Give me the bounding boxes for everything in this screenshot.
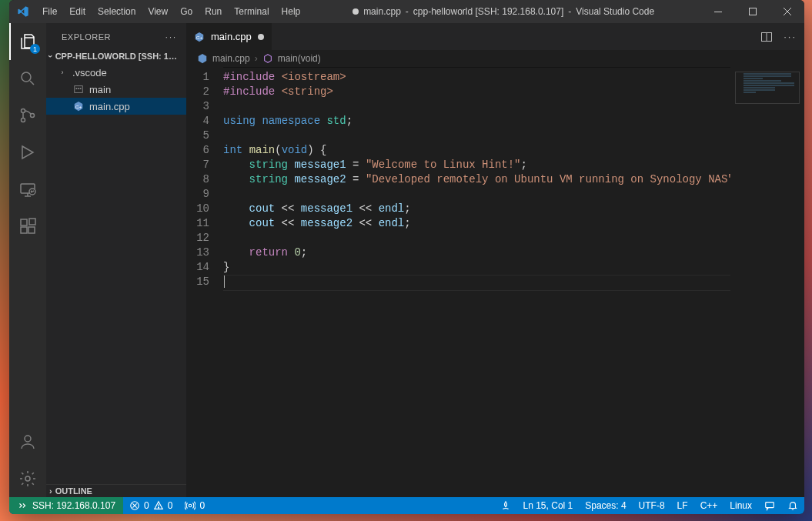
split-editor-icon[interactable] [760, 31, 773, 43]
minimap[interactable] [730, 67, 804, 497]
tree-label: .vscode [72, 67, 107, 78]
svg-point-13 [25, 476, 30, 481]
chevron-right-icon: › [255, 53, 258, 64]
status-cmake[interactable] [494, 497, 517, 514]
tree-label: main.cpp [89, 101, 130, 112]
editor-tabs: C+ main.cpp ··· [186, 23, 804, 50]
status-remote-label: SSH: 192.168.0.107 [32, 500, 115, 511]
cpp-file-icon: C+ [72, 101, 85, 112]
activity-explorer[interactable]: 1 [9, 23, 46, 60]
editor-actions: ··· [753, 23, 804, 50]
vscode-logo-icon [9, 5, 36, 18]
menu-bar: File Edit Selection View Go Run Terminal… [36, 0, 306, 23]
status-ports-value: 0 [199, 500, 205, 511]
chevron-right-icon: › [49, 486, 52, 496]
sidebar-outline-header[interactable]: › OUTLINE [46, 484, 186, 497]
code-content[interactable]: #include <iostream>#include <string>usin… [223, 67, 804, 497]
sidebar-folder-header[interactable]: › CPP-HELLOWORLD [SSH: 1… [46, 50, 186, 62]
svg-point-24 [158, 507, 159, 508]
breadcrumb-symbol: main(void) [278, 53, 321, 64]
sidebar-title: EXPLORER ··· [46, 23, 186, 50]
status-target[interactable]: Linux [723, 497, 758, 514]
title-app: Visual Studio Code [576, 6, 654, 17]
cpp-file-icon [197, 53, 208, 64]
svg-rect-0 [714, 12, 722, 12]
svg-rect-8 [21, 219, 27, 225]
close-button[interactable] [770, 0, 804, 23]
activity-extensions[interactable] [9, 208, 46, 245]
status-eol[interactable]: LF [671, 497, 694, 514]
activity-run-debug[interactable] [9, 134, 46, 171]
svg-point-5 [31, 114, 35, 118]
activity-remote-explorer[interactable] [9, 171, 46, 208]
menu-help[interactable]: Help [276, 0, 307, 23]
maximize-button[interactable] [735, 0, 770, 23]
tree-folder-vscode[interactable]: › .vscode [46, 64, 186, 81]
status-errors: 0 [144, 500, 149, 511]
menu-terminal[interactable]: Terminal [228, 0, 275, 23]
status-bar: SSH: 192.168.0.107 0 0 0 Ln 15, Col 1 Sp… [9, 497, 804, 514]
svg-rect-9 [21, 227, 27, 233]
tab-maincpp[interactable]: C+ main.cpp [186, 23, 272, 50]
menu-go[interactable]: Go [174, 0, 199, 23]
editor-group: C+ main.cpp ··· main.cpp › main(void) 12… [186, 23, 804, 497]
explorer-badge: 1 [30, 44, 40, 54]
tab-label: main.cpp [211, 31, 252, 42]
svg-point-12 [25, 436, 31, 442]
title-bar: File Edit Selection View Go Run Terminal… [9, 0, 804, 23]
workbench: 1 [9, 23, 804, 497]
status-problems[interactable]: 0 0 [123, 497, 179, 514]
sidebar: EXPLORER ··· › CPP-HELLOWORLD [SSH: 1… ›… [46, 23, 186, 497]
status-feedback-icon[interactable] [758, 497, 781, 514]
menu-selection[interactable]: Selection [92, 0, 142, 23]
tree-label: main [89, 84, 111, 95]
sidebar-more-icon[interactable]: ··· [165, 32, 177, 42]
svg-point-3 [22, 109, 25, 113]
chevron-right-icon: › [57, 68, 68, 76]
code-editor[interactable]: 123456789101112131415 #include <iostream… [186, 67, 804, 497]
dirty-indicator-icon [353, 8, 359, 15]
line-gutter: 123456789101112131415 [186, 67, 223, 497]
status-bell-icon[interactable] [781, 497, 804, 514]
status-language[interactable]: C++ [694, 497, 724, 514]
editor-more-icon[interactable]: ··· [784, 31, 797, 42]
breadcrumb[interactable]: main.cpp › main(void) [186, 50, 804, 67]
menu-run[interactable]: Run [199, 0, 228, 23]
cpp-file-icon: C+ [194, 32, 205, 42]
status-warnings: 0 [168, 500, 173, 511]
svg-text:C+: C+ [75, 104, 82, 109]
vscode-window: File Edit Selection View Go Run Terminal… [9, 0, 804, 514]
svg-rect-17 [80, 88, 82, 89]
activity-accounts[interactable] [9, 423, 46, 460]
menu-view[interactable]: View [142, 0, 174, 23]
title-project: cpp-helloworld [SSH: 192.168.0.107] [413, 6, 563, 17]
tree-file-main[interactable]: main [46, 81, 186, 98]
menu-file[interactable]: File [36, 0, 63, 23]
menu-edit[interactable]: Edit [63, 0, 92, 23]
status-encoding[interactable]: UTF-8 [633, 497, 671, 514]
minimize-button[interactable] [700, 0, 735, 23]
status-line-col[interactable]: Ln 15, Col 1 [517, 497, 580, 514]
activity-settings[interactable] [9, 460, 46, 497]
activity-source-control[interactable] [9, 97, 46, 134]
status-ports[interactable]: 0 [179, 497, 211, 514]
svg-point-25 [189, 504, 192, 507]
status-indent[interactable]: Spaces: 4 [579, 497, 632, 514]
symbol-method-icon [262, 53, 273, 64]
status-remote[interactable]: SSH: 192.168.0.107 [9, 497, 123, 514]
tab-dirty-icon [258, 34, 264, 40]
window-title: main.cpp - cpp-helloworld [SSH: 192.168.… [306, 6, 700, 17]
tree-file-maincpp[interactable]: C+ main.cpp [46, 98, 186, 115]
activity-search[interactable] [9, 60, 46, 97]
svg-point-4 [22, 119, 25, 122]
activity-bar: 1 [9, 23, 46, 497]
title-file: main.cpp [363, 6, 401, 17]
svg-rect-1 [749, 8, 756, 15]
window-controls [700, 0, 804, 23]
sidebar-title-text: EXPLORER [62, 32, 111, 42]
svg-rect-16 [78, 88, 79, 89]
svg-text:C+: C+ [196, 34, 202, 39]
sidebar-folder-name: CPP-HELLOWORLD [SSH: 1… [55, 52, 177, 61]
outline-label: OUTLINE [55, 486, 92, 496]
chevron-down-icon: › [46, 55, 55, 58]
